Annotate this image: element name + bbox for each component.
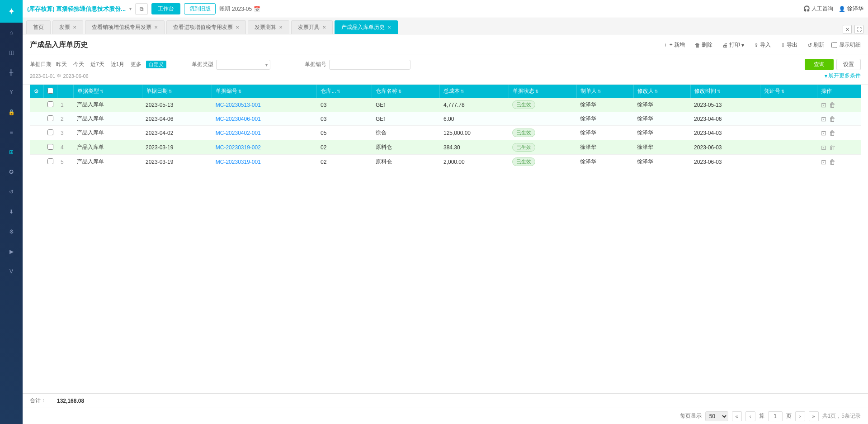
select-all-checkbox[interactable]: [47, 88, 53, 94]
tab-invoice-close[interactable]: ✕: [73, 25, 76, 30]
tab-history[interactable]: 产成品入库单历史 ✕: [335, 20, 398, 34]
td-check[interactable]: [43, 140, 57, 155]
tab-purchase-invoice-label: 查看进项增值税专用发票: [173, 24, 233, 31]
th-code[interactable]: 单据编号 ⇅: [212, 85, 317, 98]
new-button[interactable]: ＋ + 新增: [660, 40, 688, 50]
row-checkbox[interactable]: [47, 158, 53, 164]
th-total-cost[interactable]: 总成本 ⇅: [440, 85, 509, 98]
sidebar-item-stamp[interactable]: ✪: [0, 162, 23, 182]
support-label[interactable]: 🎧 人工咨询: [803, 5, 833, 13]
edit-icon[interactable]: ⊡: [821, 115, 826, 123]
tab-sales-invoice[interactable]: 查看销项增值税专用发票 ✕: [85, 20, 165, 34]
query-button[interactable]: 查询: [805, 59, 834, 70]
code-link[interactable]: MC-20230402-001: [216, 130, 261, 136]
td-check[interactable]: [43, 126, 57, 140]
tab-history-close[interactable]: ✕: [387, 25, 391, 30]
edit-icon[interactable]: ⊡: [821, 158, 826, 166]
edit-icon[interactable]: ⊡: [821, 144, 826, 151]
sidebar-item-home[interactable]: ⌂: [0, 23, 23, 43]
td-modifier: 徐泽华: [633, 112, 690, 126]
edit-icon[interactable]: ⊡: [821, 129, 826, 137]
row-checkbox[interactable]: [47, 115, 53, 121]
th-modify-time[interactable]: 修改时间 ⇅: [690, 85, 760, 98]
code-link[interactable]: MC-20230406-001: [216, 116, 261, 122]
export-button[interactable]: ⇩ 导出: [778, 40, 800, 50]
yesterday-btn[interactable]: 昨天: [54, 60, 69, 69]
tab-calc-close[interactable]: ✕: [279, 25, 283, 30]
sidebar-item-v[interactable]: V: [0, 262, 23, 281]
sidebar-item-chart[interactable]: ╫: [0, 62, 23, 82]
trash-icon[interactable]: 🗑: [829, 158, 835, 166]
td-check[interactable]: [43, 112, 57, 126]
custom-btn[interactable]: 自定义: [146, 61, 166, 68]
last-page-btn[interactable]: »: [809, 411, 819, 421]
row-checkbox[interactable]: [47, 129, 53, 135]
type-select[interactable]: [216, 60, 270, 70]
td-check[interactable]: [43, 98, 57, 112]
tab-home[interactable]: 首页: [26, 20, 51, 34]
print-button[interactable]: 🖨 打印 ▾: [720, 40, 747, 50]
trash-icon[interactable]: 🗑: [829, 101, 835, 109]
delete-button[interactable]: 🗑 删除: [692, 40, 715, 50]
next-page-btn[interactable]: ›: [795, 411, 805, 421]
tab-issue[interactable]: 发票开具 ✕: [291, 20, 333, 34]
td-warehouse-name: GEf: [372, 98, 440, 112]
settings-icon: ⚙: [9, 229, 14, 235]
th-creator[interactable]: 制单人 ⇅: [576, 85, 633, 98]
th-voucher[interactable]: 凭证号 ⇅: [760, 85, 817, 98]
th-warehouse-name[interactable]: 仓库名称 ⇅: [372, 85, 440, 98]
close-all-btn[interactable]: ✕: [843, 25, 852, 34]
refresh-button[interactable]: ↺ 刷新: [805, 40, 827, 50]
code-link[interactable]: MC-20230513-001: [216, 102, 261, 108]
week-btn[interactable]: 近7天: [89, 60, 106, 69]
code-link[interactable]: MC-20230319-001: [216, 159, 261, 165]
expand-btn[interactable]: ▾ 展开更多条件: [825, 72, 861, 80]
table-row: 3 产品入库单 2023-04-02 MC-20230402-001 05 徐合…: [30, 126, 861, 140]
row-checkbox[interactable]: [47, 144, 53, 150]
th-status[interactable]: 单据状态 ⇅: [509, 85, 576, 98]
show-detail-checkbox[interactable]: [831, 42, 837, 48]
today-btn[interactable]: 今天: [71, 60, 86, 69]
prev-page-btn[interactable]: ‹: [745, 411, 755, 421]
sidebar-item-refresh[interactable]: ↺: [0, 182, 23, 202]
trash-icon[interactable]: 🗑: [829, 129, 835, 137]
copy-btn[interactable]: ⧉: [135, 3, 148, 15]
th-modifier[interactable]: 修改人 ⇅: [633, 85, 690, 98]
tab-purchase-invoice-close[interactable]: ✕: [236, 25, 239, 30]
set-button[interactable]: 设置: [836, 59, 861, 70]
per-page-select[interactable]: 50 100: [705, 411, 728, 421]
import-button[interactable]: ⇪ 导入: [751, 40, 774, 50]
sidebar-item-settings[interactable]: ⚙: [0, 222, 23, 242]
tab-calc[interactable]: 发票测算 ✕: [248, 20, 289, 34]
trash-icon[interactable]: 🗑: [829, 115, 835, 123]
tab-sales-invoice-close[interactable]: ✕: [154, 25, 158, 30]
tab-issue-close[interactable]: ✕: [322, 25, 326, 30]
trash-icon[interactable]: 🗑: [829, 144, 835, 151]
sidebar-item-money[interactable]: ¥: [0, 82, 23, 102]
sidebar-item-list[interactable]: ≡: [0, 122, 23, 142]
sidebar-item-download[interactable]: ⬇: [0, 202, 23, 222]
switch-button[interactable]: 切到旧版: [184, 3, 216, 14]
th-date[interactable]: 单据日期 ⇅: [142, 85, 212, 98]
th-settings[interactable]: ⚙: [30, 85, 43, 98]
workbench-button[interactable]: 工作台: [151, 3, 180, 14]
tab-invoice[interactable]: 发票 ✕: [52, 20, 83, 34]
sidebar-item-doc[interactable]: ◫: [0, 43, 23, 62]
sidebar-item-play[interactable]: ▶: [0, 242, 23, 262]
tab-purchase-invoice[interactable]: 查看进项增值税专用发票 ✕: [166, 20, 246, 34]
code-link[interactable]: MC-20230319-002: [216, 144, 261, 151]
more-btn[interactable]: 更多: [129, 60, 143, 69]
first-page-btn[interactable]: «: [732, 411, 742, 421]
sidebar-item-lock[interactable]: 🔒: [0, 102, 23, 122]
edit-icon[interactable]: ⊡: [821, 101, 826, 109]
th-type[interactable]: 单据类型 ⇅: [73, 85, 142, 98]
th-checkbox[interactable]: [43, 85, 57, 98]
row-checkbox[interactable]: [47, 101, 53, 107]
number-input[interactable]: [329, 60, 410, 70]
td-check[interactable]: [43, 155, 57, 169]
sidebar-item-card[interactable]: ⊞: [0, 142, 23, 162]
expand-tabs-btn[interactable]: ⛶: [854, 25, 863, 34]
month-btn[interactable]: 近1月: [109, 60, 127, 69]
page-input[interactable]: [768, 411, 783, 421]
th-warehouse-code[interactable]: 仓库... ⇅: [317, 85, 372, 98]
